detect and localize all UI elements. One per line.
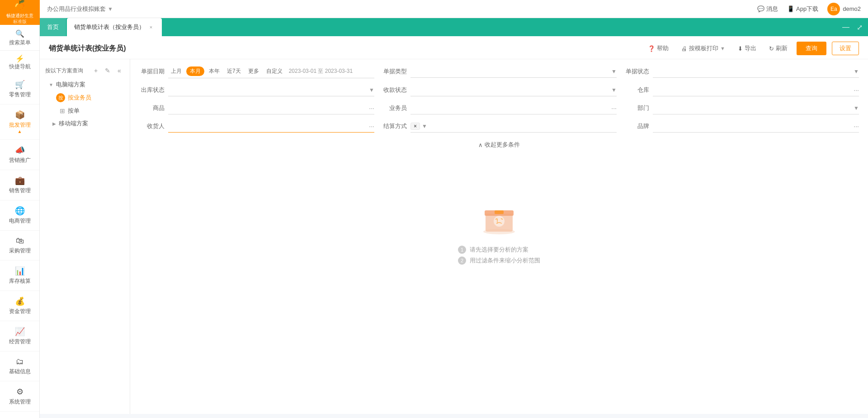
help-icon: ❓: [648, 45, 655, 52]
sidebar-item-wholesale[interactable]: 📦 批发管理 ▲: [0, 104, 39, 140]
shortcut-nav[interactable]: ⚡ 快捷导航: [0, 51, 39, 74]
out-status-input[interactable]: [168, 86, 369, 93]
date-tab-last7[interactable]: 近7天: [224, 66, 244, 76]
pay-status-control[interactable]: ▼: [410, 84, 617, 96]
query-btn[interactable]: 查询: [797, 42, 826, 55]
edit-scheme-btn[interactable]: ✎: [103, 66, 113, 76]
receiver-dots[interactable]: ···: [369, 123, 374, 130]
filter-row-2: 出库状态 ▼ 收款状态 ▼: [139, 84, 859, 96]
dept-input[interactable]: [653, 104, 854, 111]
goods-control[interactable]: ···: [168, 102, 374, 114]
receiver-input[interactable]: [168, 123, 369, 129]
goods-dots[interactable]: ···: [369, 104, 374, 112]
date-tab-last-month[interactable]: 上月: [168, 66, 184, 76]
tree-arrow-pc: ▼: [49, 82, 53, 87]
date-tab-this-month[interactable]: 本月: [186, 66, 204, 76]
export-icon: ⬇: [738, 45, 743, 52]
right-panel: 单据日期 上月 本月 本年 近7天 更多 自定义: [130, 59, 868, 414]
warehouse-input[interactable]: [653, 86, 854, 93]
collapse-panel-btn[interactable]: «: [114, 66, 124, 76]
brand-input[interactable]: [653, 123, 854, 129]
out-status-dropdown-arrow[interactable]: ▼: [369, 87, 374, 93]
tab-minimize-btn[interactable]: —: [840, 21, 851, 33]
finance-icon: 💰: [15, 296, 25, 306]
tree-item-by-order[interactable]: ⊞ 按单: [40, 104, 130, 117]
settings-btn[interactable]: 设置: [832, 42, 859, 55]
dept-control[interactable]: ▼: [653, 102, 859, 114]
filter-dept: 部门 ▼: [624, 102, 859, 114]
type-dropdown-arrow[interactable]: ▼: [611, 68, 617, 75]
left-panel: 按以下方案查询 + ✎ « ▼ 电脑端方案 按 按业务员: [40, 59, 130, 414]
sidebar: 🍊 畅捷通好生意 标准版 🔍 搜索菜单 ⚡ 快捷导航 🛒 零售管理 📦 批发管理…: [0, 0, 40, 418]
ecommerce-icon: 🌐: [15, 206, 25, 216]
sidebar-item-sales[interactable]: 💼 销售管理: [0, 170, 39, 200]
settle-tag[interactable]: ×: [410, 123, 420, 130]
sidebar-item-purchase[interactable]: 🛍 采购管理: [0, 231, 39, 261]
collapse-conditions-btn[interactable]: ∧ 收起更多条件: [471, 138, 527, 152]
print-btn[interactable]: 🖨 按模板打印 ▼: [678, 43, 729, 54]
topbar-right: 💬 消息 📱 App下载 Ea demo2: [757, 3, 861, 15]
app-download-btn[interactable]: 📱 App下载: [787, 5, 818, 13]
tab-sales-stats[interactable]: 销货单统计表（按业务员） ×: [67, 18, 162, 36]
refresh-icon: ↻: [769, 45, 774, 52]
pay-status-dropdown-arrow[interactable]: ▼: [611, 87, 617, 93]
add-scheme-btn[interactable]: +: [91, 66, 101, 76]
tree-item-by-salesman[interactable]: 按 按业务员: [40, 91, 130, 104]
date-range-display: 2023-03-01 至 2023-03-31: [289, 67, 353, 75]
sidebar-item-basic[interactable]: 🗂 基础信息: [0, 352, 39, 381]
salesman-input[interactable]: [410, 104, 611, 111]
brand-control[interactable]: ···: [653, 120, 859, 133]
inventory-icon: 📊: [15, 266, 25, 276]
sidebar-item-marketing[interactable]: 📣 营销推广: [0, 140, 39, 170]
tab-close-btn[interactable]: ×: [147, 24, 155, 31]
settle-control[interactable]: × ▼: [410, 120, 617, 133]
sidebar-item-system[interactable]: ⚙ 系统管理: [0, 381, 39, 412]
settle-dropdown-arrow[interactable]: ▼: [422, 123, 427, 129]
message-btn[interactable]: 💬 消息: [757, 5, 778, 13]
tab-maximize-btn[interactable]: ⤢: [855, 21, 864, 33]
date-tab-this-year[interactable]: 本年: [206, 66, 222, 76]
app-logo[interactable]: 🍊 畅捷通好生意 标准版: [0, 0, 40, 25]
warehouse-control[interactable]: ···: [653, 84, 859, 96]
tree-arrow-mobile: ▶: [52, 121, 56, 126]
export-btn[interactable]: ⬇ 导出: [734, 43, 760, 54]
warehouse-dots[interactable]: ···: [854, 86, 859, 94]
goods-input[interactable]: [168, 104, 369, 111]
topbar-dropdown-arrow[interactable]: ▼: [108, 6, 113, 12]
content-area: 销货单统计表(按业务员) ❓ 帮助 🖨 按模板打印 ▼ ⬇ 导出: [40, 36, 868, 418]
settle-tag-close[interactable]: ×: [414, 123, 417, 129]
date-tab-more[interactable]: 更多: [245, 66, 262, 76]
sidebar-item-retail[interactable]: 🛒 零售管理: [0, 74, 39, 104]
filter-warehouse: 仓库 ···: [624, 84, 859, 96]
sidebar-item-inventory[interactable]: 📊 库存核算: [0, 261, 39, 291]
sidebar-item-corp[interactable]: 🤝 企业协同: [0, 412, 39, 418]
type-control[interactable]: ▼: [410, 65, 617, 78]
sidebar-item-ecommerce[interactable]: 🌐 电商管理: [0, 200, 39, 231]
sidebar-item-finance[interactable]: 💰 资金管理: [0, 291, 39, 321]
message-icon: 💬: [757, 5, 764, 12]
salesman-dots[interactable]: ···: [611, 104, 617, 112]
tree-mobile-group[interactable]: ▶ 移动端方案: [40, 117, 130, 130]
status-control[interactable]: ▼: [653, 65, 859, 78]
type-input[interactable]: [410, 68, 611, 75]
tree-pc-group[interactable]: ▼ 电脑端方案: [40, 78, 130, 91]
receiver-control[interactable]: ···: [168, 120, 374, 133]
refresh-btn[interactable]: ↻ 刷新: [765, 43, 791, 54]
sidebar-item-operation[interactable]: 📈 经营管理: [0, 321, 39, 352]
brand-dots[interactable]: ···: [854, 123, 859, 130]
date-tab-custom[interactable]: 自定义: [264, 66, 285, 76]
out-status-control[interactable]: ▼: [168, 84, 374, 96]
tab-home[interactable]: 首页: [40, 18, 66, 36]
user-menu[interactable]: Ea demo2: [827, 3, 861, 15]
search-menu[interactable]: 🔍 搜索菜单: [0, 25, 39, 51]
help-btn[interactable]: ❓ 帮助: [644, 43, 672, 54]
main-area: 办公用品行业模拟账套 ▼ 💬 消息 📱 App下载 Ea demo2 首页 销货…: [40, 0, 868, 418]
print-dropdown-arrow[interactable]: ▼: [720, 46, 725, 51]
dept-dropdown-arrow[interactable]: ▼: [854, 105, 859, 111]
status-dropdown-arrow[interactable]: ▼: [854, 68, 859, 75]
step-num-2: 2: [458, 256, 466, 265]
status-input[interactable]: [653, 68, 854, 75]
pay-status-input[interactable]: [410, 86, 611, 93]
salesman-control[interactable]: ···: [410, 102, 617, 114]
print-icon: 🖨: [681, 45, 687, 52]
